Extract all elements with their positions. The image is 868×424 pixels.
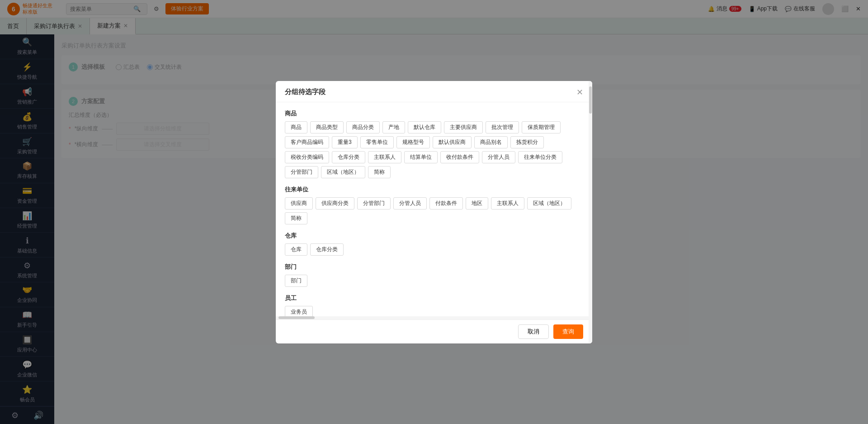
field-tag[interactable]: 税收分类编码 xyxy=(285,151,329,163)
field-section-dept: 部门 部门 xyxy=(285,263,583,287)
section-title-partner: 往来单位 xyxy=(285,186,583,194)
field-tag[interactable]: 仓库 xyxy=(285,243,307,256)
field-section-product: 商品 商品 商品类型 商品分类 产地 默认仓库 主要供应商 批次管理 保质期管理… xyxy=(285,110,583,178)
field-section-employee: 员工 业务员 xyxy=(285,294,583,317)
warehouse-field-tags: 仓库 仓库分类 xyxy=(285,243,583,256)
modal-v-scroll-thumb[interactable] xyxy=(589,86,592,114)
field-tag[interactable]: 默认供应商 xyxy=(433,136,472,148)
section-title-employee: 员工 xyxy=(285,294,583,302)
field-tag[interactable]: 供应商 xyxy=(285,197,313,210)
field-tag[interactable]: 供应商分类 xyxy=(316,197,354,210)
field-tag[interactable]: 商品类型 xyxy=(310,121,344,133)
field-tag[interactable]: 区域（地区） xyxy=(321,166,365,178)
modal-header: 分组待选字段 ✕ xyxy=(276,81,592,102)
field-tag[interactable]: 产地 xyxy=(382,121,405,133)
section-title-warehouse: 仓库 xyxy=(285,232,583,240)
field-tag[interactable]: 分管人员 xyxy=(482,151,515,163)
field-tag[interactable]: 分管人员 xyxy=(393,197,427,210)
field-tag[interactable]: 主要供应商 xyxy=(444,121,483,133)
field-tag[interactable]: 商品别名 xyxy=(474,136,508,148)
modal-v-scrollbar[interactable] xyxy=(589,81,592,343)
field-tag[interactable]: 付款条件 xyxy=(429,197,463,210)
product-field-tags: 商品 商品类型 商品分类 产地 默认仓库 主要供应商 批次管理 保质期管理 客户… xyxy=(285,121,583,178)
cancel-button[interactable]: 取消 xyxy=(518,324,549,339)
modal-overlay: 分组待选字段 ✕ 商品 商品 商品类型 商品分类 产地 默认仓库 主要供应商 批… xyxy=(0,0,868,424)
field-tag[interactable]: 收付款条件 xyxy=(440,151,479,163)
confirm-button[interactable]: 查询 xyxy=(553,324,583,339)
field-tag[interactable]: 规格型号 xyxy=(396,136,430,148)
field-tag[interactable]: 地区 xyxy=(466,197,488,210)
field-select-modal: 分组待选字段 ✕ 商品 商品 商品类型 商品分类 产地 默认仓库 主要供应商 批… xyxy=(276,81,592,343)
field-tag[interactable]: 往来单位分类 xyxy=(518,151,562,163)
field-tag[interactable]: 重量3 xyxy=(332,136,358,148)
employee-field-tags: 业务员 xyxy=(285,306,583,317)
field-tag[interactable]: 商品 xyxy=(285,121,307,133)
field-section-warehouse: 仓库 仓库 仓库分类 xyxy=(285,232,583,256)
field-tag[interactable]: 简称 xyxy=(368,166,391,178)
modal-footer: 取消 查询 xyxy=(276,319,592,343)
modal-close-btn[interactable]: ✕ xyxy=(576,87,583,97)
partner-field-tags: 供应商 供应商分类 分管部门 分管人员 付款条件 地区 主联系人 区域（地区） … xyxy=(285,197,583,224)
section-title-dept: 部门 xyxy=(285,263,583,271)
field-tag[interactable]: 分管部门 xyxy=(357,197,391,210)
field-tag[interactable]: 主联系人 xyxy=(491,197,524,210)
field-tag[interactable]: 商品分类 xyxy=(346,121,380,133)
section-title-product: 商品 xyxy=(285,110,583,118)
field-tag[interactable]: 分管部门 xyxy=(285,166,318,178)
modal-title: 分组待选字段 xyxy=(285,88,326,96)
field-tag[interactable]: 仓库分类 xyxy=(310,243,344,256)
field-section-partner: 往来单位 供应商 供应商分类 分管部门 分管人员 付款条件 地区 主联系人 区域… xyxy=(285,186,583,224)
field-tag[interactable]: 拣货积分 xyxy=(510,136,544,148)
field-tag[interactable]: 客户商品编码 xyxy=(285,136,329,148)
modal-body: 商品 商品 商品类型 商品分类 产地 默认仓库 主要供应商 批次管理 保质期管理… xyxy=(276,102,592,317)
field-tag[interactable]: 批次管理 xyxy=(486,121,519,133)
field-tag[interactable]: 保质期管理 xyxy=(522,121,561,133)
field-tag[interactable]: 简称 xyxy=(285,212,307,224)
field-tag[interactable]: 区域（地区） xyxy=(527,197,571,210)
field-tag[interactable]: 仓库分类 xyxy=(332,151,365,163)
field-tag[interactable]: 部门 xyxy=(285,275,307,287)
dept-field-tags: 部门 xyxy=(285,275,583,287)
field-tag[interactable]: 主联系人 xyxy=(368,151,401,163)
field-tag[interactable]: 业务员 xyxy=(285,306,313,317)
field-tag[interactable]: 结算单位 xyxy=(404,151,438,163)
field-tag[interactable]: 零售单位 xyxy=(360,136,394,148)
field-tag[interactable]: 默认仓库 xyxy=(408,121,441,133)
